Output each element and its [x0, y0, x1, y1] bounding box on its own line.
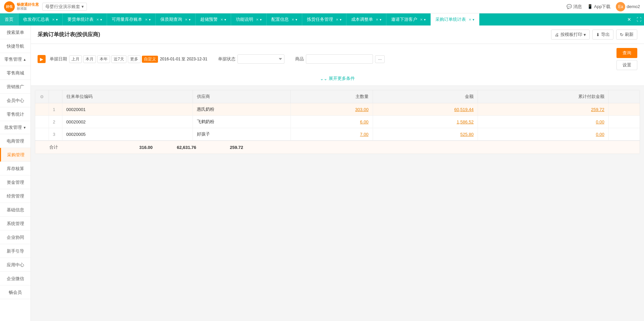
filter-goods-item: 商品 ··· [295, 54, 385, 64]
tab-collect-pay[interactable]: 收发存汇总表 ✕ ▾ [18, 13, 63, 25]
row2-unit-code: 00020002 [62, 116, 193, 128]
tab-goods-summary[interactable]: 要货单统计表 ✕ ▾ [63, 13, 107, 25]
sidebar-item-enterprise[interactable]: 企业协同 [0, 230, 31, 244]
message-label: 消息 [573, 4, 582, 10]
chevron-down-icon: ▾ [380, 18, 381, 21]
tab-purchase-summary[interactable]: 采购订单统计表 ✕ ▾ [431, 13, 479, 25]
data-table: ⚙ 往来单位编码 供应商 主数量 金额 累计付款金额 1 [35, 90, 640, 141]
close-tab-button[interactable]: ✕ [625, 17, 634, 22]
date-more-btn[interactable]: 更多 [128, 55, 141, 63]
date-last-month-btn[interactable]: 上月 [69, 55, 82, 63]
row1-paid-amount[interactable]: 259.72 [478, 103, 609, 116]
sidebar-item-retail[interactable]: 零售管理 ▲ [0, 53, 31, 66]
row2-empty [608, 116, 640, 128]
row2-supplier: 飞鹤奶粉 [193, 116, 290, 128]
sidebar-item-inventory[interactable]: 库存核算 [0, 162, 31, 175]
settings-button[interactable]: 设置 [616, 60, 637, 70]
row2-main-qty-val: 6.00 [360, 119, 368, 124]
message-button[interactable]: 💬 消息 [567, 4, 582, 10]
chevron-down-icon: ▾ [296, 18, 297, 21]
expand-more-btn[interactable]: ⌄⌄ 展开更多条件 [320, 75, 355, 82]
row3-paid-amount[interactable]: 0.00 [478, 128, 609, 141]
sidebar-item-finance[interactable]: 资金管理 [0, 175, 31, 189]
workspace-name: 母婴行业演示账套 [45, 4, 80, 10]
sidebar-item-operation-label: 经营管理 [0, 193, 31, 199]
sidebar-item-marketing[interactable]: 营销推广 [0, 80, 31, 94]
status-select[interactable] [237, 54, 284, 64]
tab-purchase-summary-close[interactable]: ✕ [469, 18, 471, 21]
row2-num: 2 [49, 116, 62, 128]
export-button[interactable]: ⬇ 导出 [592, 30, 613, 40]
sidebar-item-vip-member[interactable]: 畅会员 [0, 285, 31, 299]
sidebar-item-wholesale[interactable]: 批发管理 ▼ [0, 121, 31, 134]
refresh-button[interactable]: ↻ 刷新 [616, 30, 637, 40]
print-icon: 🖨 [555, 32, 559, 37]
table-row: 2 00020002 飞鹤奶粉 6.00 1,586.52 0.00 [35, 116, 640, 128]
tab-pick-task[interactable]: 拣货任务管理 ✕ ▾ [302, 13, 346, 25]
expand-tab-button[interactable]: ⛶ [634, 17, 644, 22]
tab-config-info[interactable]: 配置信息 ✕ ▾ [267, 13, 302, 25]
tab-function-desc[interactable]: 功能说明 ✕ ▾ [231, 13, 267, 25]
row3-amount-val: 525.80 [460, 132, 474, 137]
tab-available-stock-close[interactable]: ✕ [145, 18, 148, 21]
row1-main-qty[interactable]: 303.00 [290, 103, 373, 116]
goods-input[interactable] [306, 54, 373, 64]
tab-expiry-query[interactable]: 保质期查询 ✕ ▾ [156, 13, 196, 25]
user-area[interactable]: Ea demo2 [616, 2, 640, 11]
sidebar-item-member[interactable]: 会员中心 [0, 94, 31, 107]
sidebar-item-vip-member-label: 畅会员 [0, 289, 31, 296]
row1-amount[interactable]: 60,519.44 [373, 103, 478, 116]
print-button[interactable]: 🖨 按模板打印 ▾ [551, 30, 590, 40]
row2-amount-val: 1,586.52 [457, 119, 474, 124]
tab-config-info-close[interactable]: ✕ [291, 18, 294, 21]
sidebar-item-purchase[interactable]: 采购管理 [0, 148, 31, 162]
app-download-button[interactable]: 📱 App下载 [587, 4, 610, 10]
chevron-down-icon: ▾ [424, 18, 426, 21]
sidebar-item-operation[interactable]: 经营管理 [0, 189, 31, 203]
tab-goods-summary-close[interactable]: ✕ [96, 18, 99, 21]
sidebar-item-retail-stats[interactable]: 零售统计 [0, 107, 31, 121]
col-unit-code: 往来单位编码 [62, 90, 193, 103]
tab-invite-downstream[interactable]: 邀请下游客户 ✕ ▾ [386, 13, 431, 25]
row1-supplier: 惠氏奶粉 [193, 103, 290, 116]
tab-cost-adjust[interactable]: 成本调整单 ✕ ▾ [346, 13, 386, 25]
date-7days-btn[interactable]: 近7天 [111, 55, 126, 63]
sidebar-item-new-guide[interactable]: 新手引导 [0, 244, 31, 258]
date-this-year-btn[interactable]: 本年 [97, 55, 110, 63]
tab-overstock[interactable]: 超储预警 ✕ ▾ [196, 13, 231, 25]
tab-home[interactable]: 首页 [0, 13, 18, 25]
tab-function-desc-close[interactable]: ✕ [256, 18, 259, 21]
row2-paid-amount[interactable]: 0.00 [478, 116, 609, 128]
date-this-month-btn[interactable]: 本月 [83, 55, 96, 63]
tab-available-stock[interactable]: 可用量库存账本 ✕ ▾ [107, 13, 156, 25]
filter-toggle[interactable]: ▶ [38, 55, 46, 63]
sidebar-item-enterprise-wechat[interactable]: 企业微信 [0, 272, 31, 285]
row3-main-qty[interactable]: 7.00 [290, 128, 373, 141]
tab-collect-pay-close[interactable]: ✕ [52, 18, 55, 21]
tab-expiry-query-close[interactable]: ✕ [185, 18, 187, 21]
goods-more-button[interactable]: ··· [375, 55, 385, 63]
sidebar-item-inventory-label: 库存核算 [0, 166, 31, 172]
row2-amount[interactable]: 1,586.52 [373, 116, 478, 128]
tab-invite-downstream-close[interactable]: ✕ [420, 18, 423, 21]
sidebar-item-app-center[interactable]: 应用中心 [0, 258, 31, 272]
table-row: 3 00020005 好孩子 7.00 525.80 0.00 [35, 128, 640, 141]
query-button[interactable]: 查询 [616, 48, 637, 58]
sidebar-item-search[interactable]: 搜索菜单 [0, 25, 31, 39]
tab-cost-adjust-close[interactable]: ✕ [376, 18, 378, 21]
chevron-down-icon: ▾ [100, 18, 102, 21]
sidebar-item-retail-store[interactable]: 零售商城 [0, 66, 31, 80]
column-settings-icon[interactable]: ⚙ [40, 94, 44, 99]
sidebar-item-basic-info[interactable]: 基础信息 [0, 203, 31, 217]
sidebar-item-ecommerce[interactable]: 电商管理 [0, 134, 31, 148]
row2-main-qty[interactable]: 6.00 [290, 116, 373, 128]
tab-overstock-close[interactable]: ✕ [220, 18, 223, 21]
sidebar-item-retail-label: 零售管理 [4, 56, 22, 62]
workspace-selector[interactable]: 母婴行业演示账套 ▾ [42, 3, 87, 11]
chevron-down-icon: ▼ [23, 126, 26, 129]
row3-amount[interactable]: 525.80 [373, 128, 478, 141]
tab-pick-task-close[interactable]: ✕ [336, 18, 338, 21]
date-from: 2016-01-01 [160, 57, 180, 61]
sidebar-item-system[interactable]: 系统管理 [0, 217, 31, 230]
sidebar-item-quick-nav[interactable]: 快捷导航 [0, 39, 31, 53]
